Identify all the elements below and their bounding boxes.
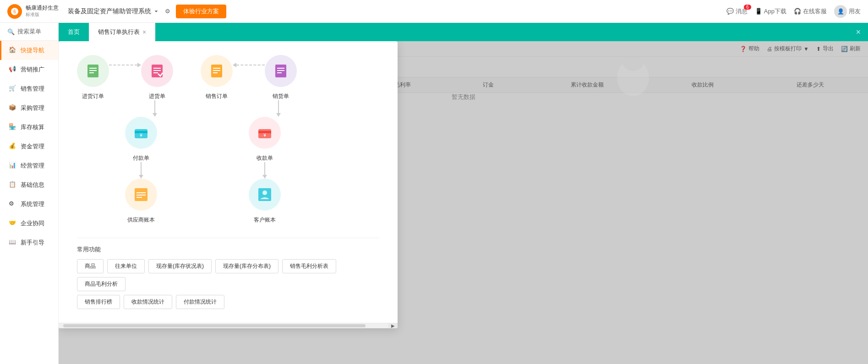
trial-button[interactable]: 体验行业方案 bbox=[176, 5, 226, 18]
sales-row: 销售订单 bbox=[201, 55, 297, 100]
sales-arrow bbox=[233, 63, 265, 93]
purchase-bill-circle[interactable] bbox=[141, 55, 173, 87]
sidebar-item-cooperation[interactable]: 🤝 企业协同 bbox=[0, 214, 58, 233]
purchase-down-arrow bbox=[77, 100, 173, 117]
sidebar-item-label-system: 系统管理 bbox=[21, 200, 44, 208]
sidebar-item-newbie[interactable]: 📖 新手引导 bbox=[0, 233, 58, 252]
online-service-button[interactable]: 🎧 在线客服 bbox=[794, 7, 827, 16]
func-btn-stock-dist[interactable]: 现存量(库存分布表) bbox=[215, 259, 278, 273]
basic-info-icon: 📋 bbox=[9, 181, 17, 189]
func-btn-sales-margin[interactable]: 销售毛利分析表 bbox=[282, 259, 336, 273]
purchase-order-circle[interactable] bbox=[77, 55, 109, 87]
sales-down-arrow bbox=[201, 100, 297, 117]
purchase-order-label: 进货订单 bbox=[82, 92, 104, 100]
modal-scrollbar-right[interactable]: ▶ bbox=[388, 323, 398, 328]
operations-icon: 📊 bbox=[9, 162, 17, 170]
receipt-circle[interactable]: ¥ bbox=[249, 117, 281, 149]
func-buttons-row1: 商品 往来单位 现存量(库存状况表) 现存量(库存分布表) 销售毛利分析表 商品… bbox=[77, 259, 379, 291]
common-funcs-title: 常用功能 bbox=[77, 245, 379, 254]
func-btn-sales-rank[interactable]: 销售排行榜 bbox=[77, 295, 120, 309]
receipt-icon: ¥ bbox=[257, 125, 273, 141]
quick-guide-content: 进货订单 bbox=[59, 41, 398, 323]
search-menu[interactable]: 🔍 搜索菜单 bbox=[0, 23, 58, 41]
purchase-arrow bbox=[109, 63, 141, 93]
supplier-account-circle[interactable] bbox=[125, 179, 157, 211]
sidebar-item-label-basic-info: 基础信息 bbox=[21, 181, 44, 189]
finance-icon: 💰 bbox=[9, 142, 17, 151]
customer-account-circle[interactable] bbox=[249, 179, 281, 211]
sidebar-item-inventory[interactable]: 🏪 库存核算 bbox=[0, 118, 58, 137]
marketing-icon: 📢 bbox=[9, 65, 17, 74]
supplier-account-node[interactable]: 供应商账本 bbox=[125, 179, 157, 224]
sidebar-item-label-newbie: 新手引导 bbox=[21, 239, 44, 247]
func-btn-stock-status[interactable]: 现存量(库存状况表) bbox=[148, 259, 212, 273]
sidebar-item-purchase[interactable]: 📦 采购管理 bbox=[0, 98, 58, 118]
logo-icon: 6 bbox=[7, 4, 22, 19]
sidebar-item-finance[interactable]: 💰 资金管理 bbox=[0, 137, 58, 156]
dropdown-arrow-icon bbox=[153, 8, 159, 15]
sidebar-item-system[interactable]: ⚙ 系统管理 bbox=[0, 195, 58, 214]
tab-home[interactable]: 首页 bbox=[59, 23, 89, 41]
v-line2-icon bbox=[141, 162, 142, 175]
customer-account-label: 客户账本 bbox=[254, 216, 276, 224]
system-title-dropdown[interactable]: 装备及固定资产辅助管理系统 bbox=[68, 7, 159, 16]
tab-sales-order[interactable]: 销售订单执行表 × bbox=[89, 23, 155, 41]
receipt-label: 收款单 bbox=[257, 154, 273, 162]
modal-overlay[interactable]: 进货订单 bbox=[59, 41, 868, 364]
tab-close-icon[interactable]: × bbox=[142, 28, 146, 36]
supplier-account-label: 供应商账本 bbox=[127, 216, 155, 224]
sales-order-icon bbox=[208, 63, 225, 79]
sales-order-flow-node[interactable]: 销售订单 bbox=[201, 55, 233, 100]
sidebar-item-operations[interactable]: 📊 经营管理 bbox=[0, 156, 58, 175]
sidebar-item-basic-info[interactable]: 📋 基础信息 bbox=[0, 175, 58, 195]
func-btn-receipt-stats[interactable]: 收款情况统计 bbox=[124, 295, 172, 309]
purchase-flow: 进货订单 bbox=[77, 55, 173, 224]
customer-account-node[interactable]: 客户账本 bbox=[249, 179, 281, 224]
sidebar-item-label-cooperation: 企业协同 bbox=[21, 219, 44, 228]
receipt-node[interactable]: ¥ 收款单 bbox=[249, 117, 281, 162]
v-line-icon bbox=[154, 100, 155, 113]
arrow-head-down3-icon bbox=[276, 113, 281, 117]
cooperation-icon: 🤝 bbox=[9, 219, 17, 228]
user-avatar: 👤 bbox=[834, 5, 847, 18]
tab-sales-order-label: 销售订单执行表 bbox=[98, 28, 140, 36]
quick-guide-icon: 🏠 bbox=[9, 46, 17, 54]
online-service-label: 在线客服 bbox=[803, 7, 827, 16]
payment-circle[interactable]: ¥ bbox=[125, 117, 157, 149]
sidebar-item-label-finance: 资金管理 bbox=[21, 142, 44, 151]
sidebar-item-marketing[interactable]: 📢 营销推广 bbox=[0, 60, 58, 79]
func-btn-product[interactable]: 商品 bbox=[77, 259, 104, 273]
payment-icon: ¥ bbox=[133, 125, 149, 141]
sidebar-item-label-operations: 经营管理 bbox=[21, 162, 44, 170]
func-btn-product-margin[interactable]: 商品毛利分析 bbox=[77, 277, 126, 291]
sales-order-circle[interactable] bbox=[201, 55, 233, 87]
sidebar-item-quick-guide[interactable]: 🏠 快捷导航 bbox=[0, 41, 58, 60]
purchase-order-node[interactable]: 进货订单 bbox=[77, 55, 109, 100]
user-area[interactable]: 👤 用友 bbox=[834, 5, 861, 18]
func-btn-partners[interactable]: 往来单位 bbox=[107, 259, 145, 273]
download-icon: 📱 bbox=[755, 8, 762, 15]
logo-sub: 标准版 bbox=[26, 11, 59, 18]
modal-scrollbar[interactable]: ▶ bbox=[59, 323, 398, 328]
purchase-bill-node[interactable]: 进货单 bbox=[141, 55, 173, 100]
sales-bill-node[interactable]: 销货单 bbox=[265, 55, 297, 100]
svg-point-30 bbox=[262, 190, 267, 195]
payment-down-arrow bbox=[139, 162, 143, 179]
window-close-icon[interactable]: × bbox=[848, 23, 868, 41]
arrow-head-down4-icon bbox=[262, 175, 267, 179]
settings-icon[interactable]: ⚙ bbox=[165, 8, 170, 15]
supplier-account-icon bbox=[133, 186, 149, 203]
app-download-button[interactable]: 📱 App下载 bbox=[755, 7, 786, 16]
sales-bill-icon bbox=[273, 63, 289, 79]
modal-scrollbar-thumb bbox=[63, 324, 366, 327]
message-button[interactable]: 💬 消息 6 bbox=[726, 7, 748, 16]
func-btn-payment-stats[interactable]: 付款情况统计 bbox=[176, 295, 224, 309]
purchase-bill-icon bbox=[149, 63, 165, 79]
quick-guide-modal: 进货订单 bbox=[59, 41, 398, 328]
sidebar-item-sales[interactable]: 🛒 销售管理 bbox=[0, 79, 58, 98]
sales-bill-circle[interactable] bbox=[265, 55, 297, 87]
payment-node[interactable]: ¥ 付款单 bbox=[125, 117, 157, 162]
content-area: 🔍 搜索菜单 🏠 快捷导航 📢 营销推广 🛒 销售管理 📦 采购管理 🏪 bbox=[0, 23, 868, 364]
system-icon: ⚙ bbox=[9, 200, 17, 208]
v-line4-icon bbox=[264, 162, 265, 175]
